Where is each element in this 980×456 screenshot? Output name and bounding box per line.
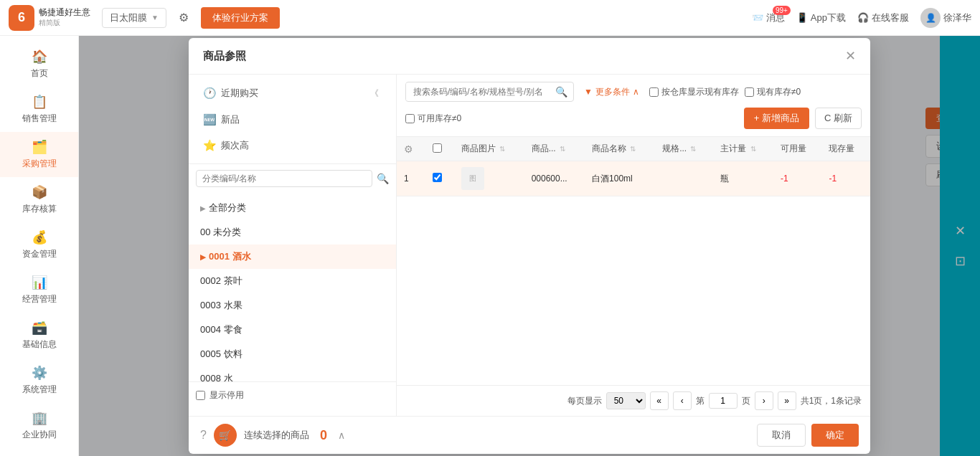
product-search-icon[interactable]: 🔍 bbox=[550, 82, 573, 101]
row-index: 1 bbox=[397, 161, 425, 196]
row-stock: -1 bbox=[821, 161, 870, 196]
sidebar-item-basic[interactable]: 🗃️ 基础信息 bbox=[0, 313, 78, 358]
enterprise-icon: 🏢 bbox=[32, 410, 47, 426]
confirm-button[interactable]: 确定 bbox=[811, 424, 859, 447]
cart-icon: 🛒 bbox=[214, 424, 237, 447]
category-item-0001[interactable]: ▶ 0001 酒水 bbox=[189, 244, 396, 269]
nav-dropdown[interactable]: 日太阳膜 ▼ bbox=[102, 8, 166, 28]
category-label-0003: 0003 水果 bbox=[200, 299, 242, 312]
code-sort-icon: ⇅ bbox=[560, 145, 565, 153]
help-icon[interactable]: ? bbox=[200, 429, 207, 442]
category-item-0002[interactable]: 0002 茶叶 bbox=[189, 269, 396, 293]
modal-close-button[interactable]: ✕ bbox=[845, 48, 856, 64]
settings-icon[interactable]: ⚙ bbox=[172, 6, 195, 29]
col-name[interactable]: 商品名称 ⇅ bbox=[585, 137, 655, 161]
first-page-button[interactable]: « bbox=[650, 391, 669, 410]
category-item-0003[interactable]: 0003 水果 bbox=[189, 293, 396, 318]
category-label-0005: 0005 饮料 bbox=[200, 348, 242, 361]
sidebar-label-system: 系统管理 bbox=[22, 384, 57, 396]
category-search-input[interactable] bbox=[196, 170, 372, 187]
category-label-0004: 0004 零食 bbox=[200, 323, 242, 336]
row-image: 图 bbox=[454, 161, 524, 196]
online-service-nav-item[interactable]: 🎧 在线客服 bbox=[857, 11, 909, 24]
current-stock-checkbox-label[interactable]: 现有库存≠0 bbox=[745, 86, 801, 98]
sidebar-item-enterprise[interactable]: 🏢 企业协同 bbox=[0, 403, 78, 448]
trial-button[interactable]: 体验行业方案 bbox=[201, 7, 280, 29]
toolbar-right: + 新增商品 C 刷新 bbox=[744, 108, 862, 129]
row-checkbox[interactable] bbox=[433, 173, 442, 182]
refresh-button[interactable]: C 刷新 bbox=[815, 108, 862, 129]
category-item-all[interactable]: ▶ 全部分类 bbox=[189, 196, 396, 220]
col-unit[interactable]: 主计量 ⇅ bbox=[713, 137, 773, 161]
new-product-button[interactable]: 🆕 新品 bbox=[196, 109, 389, 130]
row-spec bbox=[655, 161, 713, 196]
app-download-nav-item[interactable]: 📱 App下载 bbox=[796, 11, 846, 24]
category-search-icon[interactable]: 🔍 bbox=[377, 173, 389, 184]
sidebar-label-purchase: 采购管理 bbox=[22, 158, 57, 170]
cancel-button[interactable]: 取消 bbox=[757, 424, 806, 447]
message-nav-item[interactable]: 📨 消息 99+ bbox=[752, 11, 785, 24]
add-product-button[interactable]: + 新增商品 bbox=[744, 108, 809, 129]
product-search-input[interactable] bbox=[406, 83, 550, 100]
prev-page-button[interactable]: ‹ bbox=[673, 391, 692, 410]
sidebar-item-home[interactable]: 🏠 首页 bbox=[0, 42, 78, 87]
recent-purchase-button[interactable]: 🕐 近期购买 《 bbox=[196, 82, 389, 105]
row-available: -1 bbox=[773, 161, 822, 196]
recent-icon: 🕐 bbox=[203, 87, 217, 100]
inventory-icon: 📦 bbox=[32, 184, 47, 200]
left-panel-top: 🕐 近期购买 《 🆕 新品 ⭐ 频次高 bbox=[189, 82, 396, 164]
row-checkbox-cell[interactable] bbox=[425, 161, 454, 196]
recent-label: 近期购买 bbox=[221, 87, 258, 100]
sidebar-item-purchase[interactable]: 🗂️ 采购管理 bbox=[0, 132, 78, 177]
modal-dialog: 商品参照 ✕ 🕐 近期购买 《 � bbox=[189, 38, 870, 454]
user-nav-item[interactable]: 👤 徐泽华 bbox=[920, 8, 971, 28]
sales-icon: 📋 bbox=[32, 94, 47, 110]
col-spec[interactable]: 规格... ⇅ bbox=[655, 137, 713, 161]
col-image[interactable]: 商品图片 ⇅ bbox=[454, 137, 524, 161]
system-icon: ⚙️ bbox=[32, 365, 47, 381]
col-available: 可用量 bbox=[773, 137, 822, 161]
current-stock-checkbox[interactable] bbox=[745, 87, 754, 97]
sidebar-item-system[interactable]: ⚙️ 系统管理 bbox=[0, 358, 78, 403]
select-all-checkbox[interactable] bbox=[433, 143, 442, 153]
footer-collapse-icon[interactable]: ∧ bbox=[338, 429, 345, 441]
sidebar-item-inventory[interactable]: 📦 库存核算 bbox=[0, 177, 78, 222]
page-input[interactable] bbox=[709, 393, 738, 409]
category-label-all: 全部分类 bbox=[209, 201, 246, 214]
show-disabled-checkbox[interactable] bbox=[196, 391, 205, 400]
col-checkbox bbox=[425, 137, 454, 161]
logo-name: 畅捷通好生意 bbox=[39, 7, 90, 19]
by-warehouse-checkbox-label[interactable]: 按仓库显示现有库存 bbox=[649, 86, 739, 98]
category-item-0004[interactable]: 0004 零食 bbox=[189, 318, 396, 342]
next-page-button[interactable]: › bbox=[755, 391, 773, 410]
col-gear[interactable]: ⚙ bbox=[397, 137, 425, 161]
per-page-select[interactable]: 50 10 20 100 bbox=[606, 392, 646, 409]
filter-more-button[interactable]: ▼ 更多条件 ∧ bbox=[580, 83, 644, 101]
filter-arrow-icon: ∧ bbox=[633, 87, 639, 97]
sidebar-label-sales: 销售管理 bbox=[22, 113, 57, 125]
category-item-00[interactable]: 00 未分类 bbox=[189, 220, 396, 244]
category-item-0005[interactable]: 0005 饮料 bbox=[189, 342, 396, 366]
category-item-0008[interactable]: 0008 水 bbox=[189, 366, 396, 381]
frequent-button[interactable]: ⭐ 频次高 bbox=[196, 135, 389, 156]
sidebar-item-sales[interactable]: 📋 销售管理 bbox=[0, 87, 78, 132]
category-label-0002: 0002 茶叶 bbox=[200, 275, 242, 288]
available-stock-checkbox-label[interactable]: 可用库存≠0 bbox=[405, 113, 461, 125]
purchase-icon: 🗂️ bbox=[32, 139, 47, 155]
sidebar-item-operations[interactable]: 📊 经营管理 bbox=[0, 267, 78, 313]
page-suffix: 页 bbox=[742, 395, 750, 407]
by-warehouse-checkbox[interactable] bbox=[649, 87, 659, 97]
operations-icon: 📊 bbox=[32, 275, 47, 290]
logo-sub: 精简版 bbox=[39, 18, 90, 28]
show-disabled-label[interactable]: 显示停用 bbox=[209, 389, 244, 402]
col-code[interactable]: 商品... ⇅ bbox=[524, 137, 585, 161]
sidebar-label-finance: 资金管理 bbox=[22, 248, 57, 260]
last-page-button[interactable]: » bbox=[778, 391, 796, 410]
table-row[interactable]: 1 图 000600... 白酒100ml 瓶 -1 -1 bbox=[397, 161, 870, 196]
collapse-icon[interactable]: 《 bbox=[367, 86, 382, 100]
avatar: 👤 bbox=[920, 8, 941, 28]
sidebar-item-finance[interactable]: 💰 资金管理 bbox=[0, 222, 78, 267]
category-search-row: 🔍 bbox=[189, 164, 396, 193]
sidebar-item-guide[interactable]: 📘 新手引导 bbox=[0, 448, 78, 456]
available-stock-checkbox[interactable] bbox=[405, 114, 415, 123]
